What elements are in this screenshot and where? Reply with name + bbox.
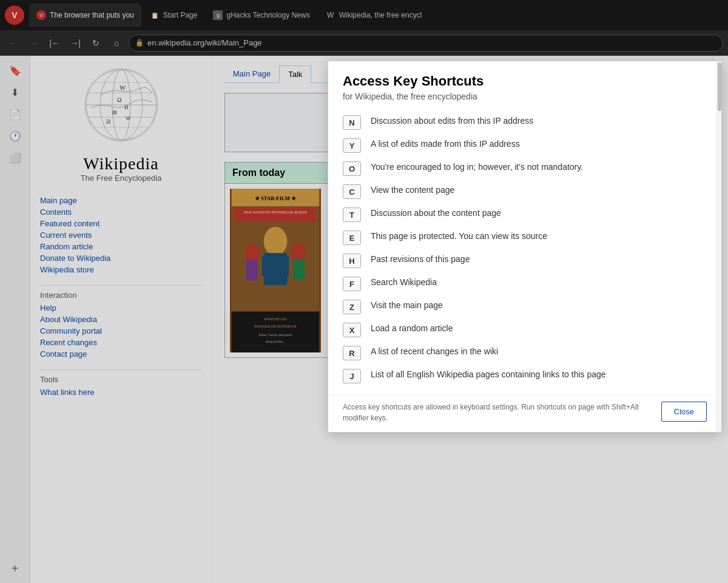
access-key-shortcuts-modal: Access Key Shortcuts for Wikipedia, the … — [328, 61, 722, 433]
shortcut-key-t: T — [343, 207, 361, 222]
scrollbar-track — [717, 61, 721, 432]
shortcut-row-c: C View the content page — [343, 180, 707, 203]
shortcut-key-o: O — [343, 161, 361, 176]
shortcut-desc-y: A list of edits made from this IP addres… — [371, 138, 707, 150]
shortcut-key-f: F — [343, 277, 361, 291]
modal-footer-text: Access key shortcuts are allowed in keyb… — [343, 402, 652, 423]
close-button[interactable]: Close — [661, 402, 707, 422]
shortcut-row-x: X Load a random article — [343, 318, 707, 342]
shortcut-row-e: E This page is protected. You can view i… — [343, 226, 707, 249]
shortcut-key-e: E — [343, 231, 361, 245]
shortcut-row-z: Z Visit the main page — [343, 295, 707, 318]
shortcut-row-n: N Discussion about edits from this IP ad… — [343, 111, 707, 134]
shortcut-desc-h: Past revisions of this page — [371, 254, 707, 266]
shortcut-key-c: C — [343, 184, 361, 199]
shortcut-desc-z: Visit the main page — [371, 300, 707, 312]
shortcut-key-r: R — [343, 346, 361, 360]
modal-body: N Discussion about edits from this IP ad… — [328, 106, 721, 395]
modal-subtitle: for Wikipedia, the free encyclopedia — [343, 92, 707, 101]
shortcut-desc-c: View the content page — [371, 184, 707, 197]
shortcut-row-j: J List of all English Wikipedia pages co… — [343, 365, 707, 388]
shortcut-row-h: H Past revisions of this page — [343, 249, 707, 272]
shortcut-key-n: N — [343, 115, 361, 130]
shortcut-row-f: F Search Wikipedia — [343, 272, 707, 295]
shortcut-key-y: Y — [343, 138, 361, 153]
shortcut-key-x: X — [343, 323, 361, 337]
shortcut-row-t: T Discussion about the content page — [343, 203, 707, 226]
scrollbar-handle — [718, 62, 721, 111]
modal-scrollbar[interactable] — [716, 61, 721, 432]
shortcut-row-r: R A list of recent changes in the wiki — [343, 342, 707, 365]
shortcut-desc-n: Discussion about edits from this IP addr… — [371, 115, 707, 127]
shortcut-desc-f: Search Wikipedia — [371, 277, 707, 289]
modal-header: Access Key Shortcuts for Wikipedia, the … — [328, 61, 721, 106]
shortcut-row-o: O You're encouraged to log in; however, … — [343, 157, 707, 180]
shortcut-desc-e: This page is protected. You can view its… — [371, 231, 707, 243]
modal-title: Access Key Shortcuts — [343, 73, 707, 89]
shortcut-key-z: Z — [343, 300, 361, 314]
shortcut-desc-j: List of all English Wikipedia pages cont… — [371, 369, 707, 381]
shortcut-desc-o: You're encouraged to log in; however, it… — [371, 161, 707, 174]
shortcut-desc-t: Discussion about the content page — [371, 207, 707, 220]
shortcut-key-j: J — [343, 369, 361, 383]
modal-footer: Access key shortcuts are allowed in keyb… — [328, 395, 721, 432]
shortcut-desc-r: A list of recent changes in the wiki — [371, 346, 707, 358]
shortcut-desc-x: Load a random article — [371, 323, 707, 335]
shortcut-key-h: H — [343, 254, 361, 268]
shortcut-row-y: Y A list of edits made from this IP addr… — [343, 134, 707, 157]
